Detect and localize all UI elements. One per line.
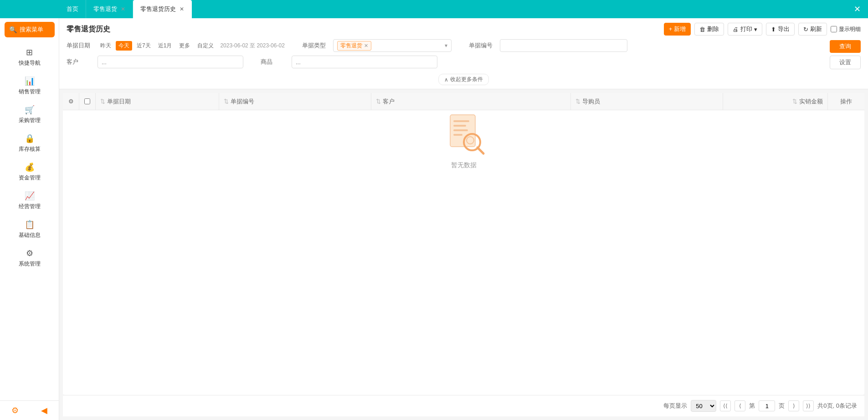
tab-retail-return[interactable]: 零售退货 ✕ [86,0,133,18]
delete-icon: 🗑 [699,26,705,33]
sidebar: 🔍 搜索菜单 ⊞ 快捷导航 📊 销售管理 🛒 采购管理 🔒 库存核算 💰 资金管… [0,18,59,420]
table-settings-icon[interactable]: ⚙ [68,98,74,105]
order-no-input[interactable] [500,39,627,52]
last-page-button[interactable]: ⟩⟩ [803,400,814,411]
table-header: ⚙ ⇅ 单据日期 ⇅ 单据编号 ⇅ 客户 ⇅ [63,93,864,110]
collapse-sidebar-icon[interactable]: ◀ [41,405,47,415]
th-action-label: 操作 [840,97,852,106]
type-filter-dropdown-icon: ▾ [445,42,447,49]
date-range-value: 2023-06-02 至 2023-06-02 [220,42,284,50]
table-body: 暂无数据 [63,110,864,395]
print-dropdown-icon: ▾ [754,26,757,33]
page-label: 第 [749,402,755,410]
page-size-select[interactable]: 50 10 20 100 [691,400,716,412]
collapse-button[interactable]: ∧ 收起更多条件 [438,74,489,85]
tab-retail-return-history[interactable]: 零售退货历史 ✕ [133,0,192,18]
collapse-bar[interactable]: ∧ 收起更多条件 [67,72,861,89]
sidebar-item-system-mgmt[interactable]: ⚙ 系统管理 [0,244,59,272]
sidebar-item-basic-info[interactable]: 📋 基础信息 [0,215,59,244]
th-amount-label: 实销金额 [799,97,823,106]
tab-retail-return-history-close[interactable]: ✕ [180,6,184,12]
settings-button[interactable]: 设置 [830,56,861,69]
sidebar-item-inventory[interactable]: 🔒 库存核算 [0,129,59,158]
empty-state: 暂无数据 [441,110,487,169]
prev-page-button[interactable]: ⟨ [734,400,745,411]
sidebar-item-sales-mgmt[interactable]: 📊 销售管理 [0,72,59,100]
query-button[interactable]: 查询 [830,40,861,53]
th-amount-sort-icon: ⇅ [792,98,797,105]
type-filter-box[interactable]: 零售退货 ✕ ▾ [333,39,452,52]
top-bar: 首页 零售退货 ✕ 零售退货历史 ✕ ✕ [0,0,868,18]
th-guide-sort-icon: ⇅ [575,98,580,105]
sidebar-item-finance-label: 资金管理 [19,174,41,182]
date-shortcut-today[interactable]: 今天 [116,41,132,51]
th-customer[interactable]: ⇅ 客户 [371,93,571,110]
display-detail-checkbox[interactable] [831,26,837,32]
th-checkbox[interactable] [79,93,96,110]
filter-row-1: 单据日期 昨天 今天 近7天 近1月 更多 自定义 2023-06-02 至 2… [67,39,861,52]
refresh-icon: ↻ [803,26,808,33]
sidebar-item-operations[interactable]: 📈 经营管理 [0,186,59,215]
export-button[interactable]: ⬆ 导出 [766,23,795,36]
tab-home[interactable]: 首页 [59,0,86,18]
th-settings[interactable]: ⚙ [63,93,79,110]
customer-filter-label: 客户 [67,58,94,66]
date-shortcut-more[interactable]: 更多 [176,41,193,51]
goods-input[interactable] [292,56,437,68]
delete-button[interactable]: 🗑 删除 [694,23,724,36]
settings-bottom-icon[interactable]: ⚙ [11,405,19,415]
sidebar-item-purchase-mgmt[interactable]: 🛒 采购管理 [0,100,59,129]
th-amount[interactable]: ⇅ 实销金额 [723,93,828,110]
quick-nav-icon: ⊞ [26,47,33,57]
date-shortcut-custom[interactable]: 自定义 [195,41,216,51]
page-title-row: 零售退货历史 + 新增 🗑 删除 🖨 打印 ▾ ⬆ 导出 [67,23,861,39]
date-shortcut-7days[interactable]: 近7天 [134,41,154,51]
pagination: 每页显示 50 10 20 100 ⟨⟨ ⟨ 第 1 页 ⟩ ⟩⟩ 共0页, 0… [63,395,864,416]
inventory-icon: 🔒 [25,133,35,143]
print-button[interactable]: 🖨 打印 ▾ [728,23,762,36]
display-detail-text: 显示明细 [839,26,861,33]
query-settings-panel: 查询 设置 [830,40,861,69]
empty-illustration [441,110,487,156]
sidebar-search-label: 搜索菜单 [20,26,43,34]
first-page-button[interactable]: ⟨⟨ [720,400,731,411]
type-filter-tag: 零售退货 ✕ [337,41,371,51]
window-close-button[interactable]: ✕ [854,5,861,13]
basic-info-icon: 📋 [25,220,35,230]
select-all-checkbox[interactable] [84,98,90,104]
next-page-button[interactable]: ⟩ [788,400,799,411]
tab-home-label: 首页 [67,5,78,13]
th-action: 操作 [828,93,864,110]
page-number-input[interactable]: 1 [759,400,775,411]
type-filter-remove[interactable]: ✕ [364,43,368,49]
svg-line-6 [478,148,483,154]
layout: 🔍 搜索菜单 ⊞ 快捷导航 📊 销售管理 🛒 采购管理 🔒 库存核算 💰 资金管… [0,18,868,420]
th-customer-sort-icon: ⇅ [376,98,381,105]
customer-input[interactable] [98,56,243,68]
print-icon: 🖨 [733,26,739,33]
refresh-button[interactable]: ↻ 刷新 [798,23,827,36]
th-date[interactable]: ⇅ 单据日期 [96,93,219,110]
collapse-icon: ∧ [444,77,448,83]
finance-icon: 💰 [25,162,35,172]
goods-filter-label: 商品 [261,58,288,66]
system-mgmt-icon: ⚙ [26,248,33,258]
svg-rect-3 [453,129,468,131]
th-guide[interactable]: ⇅ 导购员 [571,93,723,110]
collapse-label: 收起更多条件 [450,76,483,83]
sidebar-item-purchase-mgmt-label: 采购管理 [19,117,41,124]
date-shortcuts: 昨天 今天 近7天 近1月 更多 自定义 [98,41,216,51]
sidebar-item-operations-label: 经营管理 [19,203,41,210]
sidebar-item-quick-nav[interactable]: ⊞ 快捷导航 [0,43,59,72]
svg-rect-2 [453,125,466,127]
date-shortcut-yesterday[interactable]: 昨天 [98,41,114,51]
table-section: ⚙ ⇅ 单据日期 ⇅ 单据编号 ⇅ 客户 ⇅ [63,93,864,395]
sidebar-search[interactable]: 🔍 搜索菜单 [5,22,55,37]
tab-retail-return-close[interactable]: ✕ [121,6,125,12]
purchase-mgmt-icon: 🛒 [25,105,35,115]
add-button[interactable]: + 新增 [664,23,691,36]
sidebar-item-finance[interactable]: 💰 资金管理 [0,158,59,186]
date-shortcut-1month[interactable]: 近1月 [155,41,175,51]
date-filter-label: 单据日期 [67,41,94,50]
th-order-no[interactable]: ⇅ 单据编号 [219,93,371,110]
